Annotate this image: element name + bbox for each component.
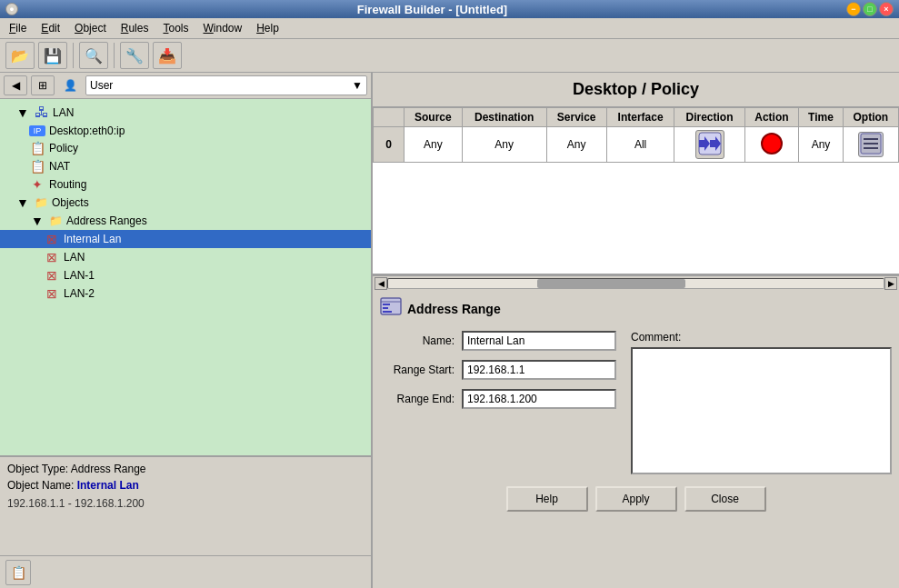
svg-rect-11 xyxy=(383,311,392,313)
compile-button[interactable]: 📥 xyxy=(153,42,182,69)
tree-lan1-label: LAN-1 xyxy=(64,269,95,282)
menu-help[interactable]: Help xyxy=(251,20,285,36)
hscroll-right-btn[interactable]: ▶ xyxy=(884,277,897,290)
save-button[interactable]: 💾 xyxy=(38,42,67,69)
tree-item-nat[interactable]: 📋 NAT xyxy=(0,157,371,175)
range-end-row: Range End: xyxy=(380,389,616,409)
close-btn[interactable]: × xyxy=(879,2,894,16)
tree-item-lan-obj[interactable]: ⊠ LAN xyxy=(0,248,371,266)
range-start-row: Range Start: xyxy=(380,360,616,380)
col-time[interactable]: Time xyxy=(799,108,843,127)
svg-rect-5 xyxy=(864,143,878,145)
system-menu-btn[interactable]: ● xyxy=(5,3,18,15)
policy-table: Source Destination Service Interface Dir… xyxy=(373,107,899,163)
tree-item-policy[interactable]: 📋 Policy xyxy=(0,139,371,157)
obj-range: 192.168.1.1 - 192.168.1.200 xyxy=(7,497,364,510)
tree-item-desktop-eth0[interactable]: IP Desktop:eth0:ip xyxy=(0,123,371,139)
hscroll-track[interactable] xyxy=(387,278,884,289)
back-button[interactable]: ◀ xyxy=(4,75,27,95)
menu-tools[interactable]: Tools xyxy=(157,20,194,36)
table-row: 0 Any Any Any All xyxy=(374,127,899,163)
policy-hscroll[interactable]: ◀ ▶ xyxy=(373,275,899,290)
obj-type-label: Object Type: xyxy=(7,463,68,475)
obj-type-line: Object Type: Address Range xyxy=(7,463,364,475)
find-button[interactable]: 🔍 xyxy=(79,42,108,69)
close-button[interactable]: Close xyxy=(684,486,766,512)
addrrange-lan2-icon: ⊠ xyxy=(44,286,60,301)
comment-label: Comment: xyxy=(631,331,892,344)
row-interface[interactable]: All xyxy=(606,127,674,163)
row-time[interactable]: Any xyxy=(799,127,843,163)
toolbar-separator-1 xyxy=(73,43,74,68)
svg-rect-6 xyxy=(864,147,878,149)
col-interface[interactable]: Interface xyxy=(606,108,674,127)
col-direction[interactable]: Direction xyxy=(674,108,744,127)
name-label: Name: xyxy=(380,334,462,347)
window-controls: − □ × xyxy=(846,2,894,16)
tree-item-internal-lan[interactable]: ⊠ Internal Lan xyxy=(0,230,371,248)
tree-item-lan2[interactable]: ⊠ LAN-2 xyxy=(0,284,371,303)
tree-item-address-ranges[interactable]: ▼ 📁 Address Ranges xyxy=(0,212,371,230)
row-option[interactable] xyxy=(843,127,898,163)
menu-window[interactable]: Window xyxy=(197,20,247,36)
collapse-addrranges-icon: ▼ xyxy=(29,214,45,228)
help-button[interactable]: Help xyxy=(506,486,588,512)
name-input[interactable] xyxy=(462,331,616,351)
addrrange-lan1-icon: ⊠ xyxy=(44,268,60,283)
menu-bar: File Edit Object Rules Tools Window Help xyxy=(0,18,899,39)
tree-lan-label: LAN xyxy=(53,106,74,119)
col-num xyxy=(374,108,405,127)
range-end-input[interactable] xyxy=(462,389,616,409)
comment-input[interactable] xyxy=(631,347,892,474)
col-option[interactable]: Option xyxy=(843,108,898,127)
direction-icon xyxy=(695,130,724,159)
bottom-icon-btn[interactable]: 📋 xyxy=(5,560,31,585)
maximize-btn[interactable]: □ xyxy=(863,2,877,16)
main-content: ◀ ⊞ 👤 User ▼ ▼ 🖧 LAN IP Desktop:eth0:ip xyxy=(0,73,899,588)
menu-rules[interactable]: Rules xyxy=(115,20,155,36)
left-toolbar: ◀ ⊞ 👤 User ▼ xyxy=(0,73,371,99)
settings-button[interactable]: 🔧 xyxy=(120,42,149,69)
range-end-label: Range End: xyxy=(380,393,462,405)
row-service[interactable]: Any xyxy=(546,127,606,163)
addr-range-panel: Address Range Name: Range Start: Range E… xyxy=(373,290,899,588)
tree-lan-obj-label: LAN xyxy=(64,251,85,264)
menu-edit[interactable]: Edit xyxy=(35,20,65,36)
tree-item-objects[interactable]: ▼ 📁 Objects xyxy=(0,194,371,212)
row-action[interactable] xyxy=(744,127,799,163)
routing-icon: ✦ xyxy=(29,177,45,192)
range-start-input[interactable] xyxy=(462,360,616,380)
policy-icon: 📋 xyxy=(29,141,45,155)
obj-name-label: Object Name: xyxy=(7,479,74,492)
nat-icon: 📋 xyxy=(29,159,45,174)
addrrange-lan-icon: ⊠ xyxy=(44,250,60,264)
tree-item-routing[interactable]: ✦ Routing xyxy=(0,175,371,194)
open-button[interactable]: 📂 xyxy=(5,42,35,69)
tree-policy-label: Policy xyxy=(49,142,78,154)
col-service[interactable]: Service xyxy=(546,108,606,127)
policy-table-wrap[interactable]: Source Destination Service Interface Dir… xyxy=(373,107,899,275)
row-num: 0 xyxy=(374,127,405,163)
col-action[interactable]: Action xyxy=(744,108,799,127)
obj-name-value: Internal Lan xyxy=(77,479,139,492)
network-icon: 🖧 xyxy=(35,105,49,121)
hscroll-left-btn[interactable]: ◀ xyxy=(375,277,387,290)
row-destination[interactable]: Any xyxy=(462,127,546,163)
button-row: Help Apply Close xyxy=(380,477,892,515)
hscroll-thumb[interactable] xyxy=(537,279,686,288)
user-dropdown[interactable]: User ▼ xyxy=(85,75,367,95)
apply-button[interactable]: Apply xyxy=(595,486,677,512)
menu-object[interactable]: Object xyxy=(69,20,112,36)
tree-item-lan1[interactable]: ⊠ LAN-1 xyxy=(0,266,371,284)
col-destination[interactable]: Destination xyxy=(462,108,546,127)
minimize-btn[interactable]: − xyxy=(846,2,861,16)
col-source[interactable]: Source xyxy=(405,108,463,127)
row-source[interactable]: Any xyxy=(405,127,463,163)
row-direction[interactable] xyxy=(674,127,744,163)
tree-item-lan[interactable]: ▼ 🖧 LAN xyxy=(0,103,371,123)
obj-name-line: Object Name: Internal Lan xyxy=(7,479,364,492)
menu-file[interactable]: File xyxy=(4,20,32,36)
addrranges-folder-icon: 📁 xyxy=(49,214,63,227)
tree-lan2-label: LAN-2 xyxy=(64,287,95,300)
split-button[interactable]: ⊞ xyxy=(31,75,55,95)
